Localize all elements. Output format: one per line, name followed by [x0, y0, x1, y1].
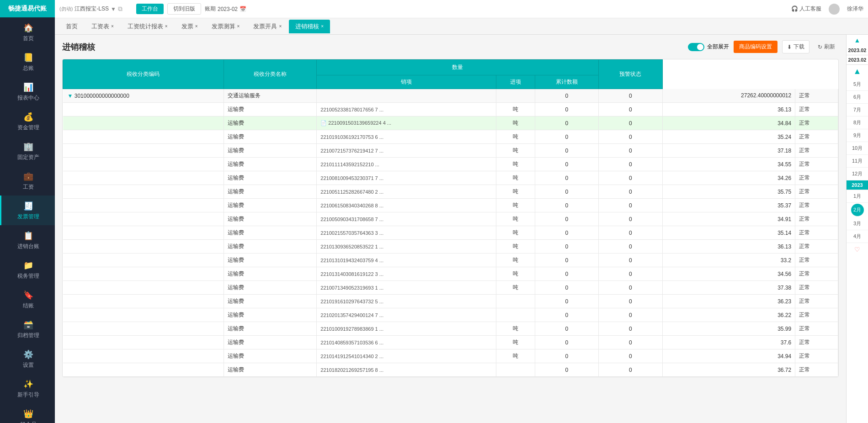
month-9[interactable]: 9月	[847, 129, 868, 142]
table-row[interactable]: 运输费 2210021557035764363 3 ... 吨 0 0 35.1…	[63, 226, 838, 240]
table-row[interactable]: 运输费 2210081009453230371 7 ... 吨 0 0 34.2…	[63, 171, 838, 185]
month-5[interactable]: 5月	[847, 78, 868, 91]
fund-icon: 💰	[23, 112, 33, 122]
support-button[interactable]: 🎧 人工客服	[791, 5, 821, 13]
table-row[interactable]: 运输费 📄 2210091503139659224 4 ... 吨 0 0 34…	[63, 116, 838, 130]
main-table: 税收分类编码 税收分类名称 数量 预警状态 销项 进项 累计数额	[62, 59, 839, 377]
sidebar-item-fund[interactable]: 💰 资金管理	[0, 106, 55, 136]
qty-sales-cell: 0	[535, 254, 598, 267]
nav-up-button[interactable]: ▲	[847, 35, 868, 46]
tax-code-cell	[63, 295, 224, 308]
user-name: 徐泽华	[847, 5, 863, 13]
month-2-active[interactable]: 2月	[851, 204, 864, 217]
table-row[interactable]: 运输费 2210050903431708658 7 ... 吨 0 0 34.9…	[63, 212, 838, 226]
tab-close-invoice[interactable]: ×	[195, 24, 198, 29]
period-selector[interactable]: 账期 2023-02 📅	[205, 5, 246, 13]
calendar-icon[interactable]: 📅	[240, 6, 246, 12]
sidebar-item-settle[interactable]: 🔖 结账	[0, 285, 55, 314]
workbench-button[interactable]: 工作台	[136, 4, 164, 14]
table-row[interactable]: 运输费 2210111143592152210 ... 吨 0 0 34.55 …	[63, 158, 838, 171]
page-header: 进销稽核 全部展开 商品编码设置 ⬇ 下载 ↻ 刷新	[62, 40, 839, 53]
sidebar-item-inout[interactable]: 📋 进销台账	[0, 225, 55, 255]
month-7[interactable]: 7月	[847, 104, 868, 116]
tab-salary-report[interactable]: 工资统计报表 ×	[121, 20, 174, 33]
sidebar-item-member[interactable]: 👑 畅会员	[0, 403, 55, 423]
expand-toggle[interactable]	[688, 43, 704, 51]
month-10[interactable]: 10月	[847, 142, 868, 155]
company-dropdown-icon[interactable]: ▼	[111, 6, 116, 12]
copy-icon[interactable]: ⧉	[118, 5, 122, 13]
download-button[interactable]: ⬇ 下载	[782, 40, 809, 53]
refresh-button[interactable]: ↻ 刷新	[814, 41, 839, 53]
table-row[interactable]: 运输费 2210141912541014340 2 ... 吨 0 0 34.9…	[63, 349, 838, 363]
month-3[interactable]: 3月	[847, 217, 868, 230]
tax-name-cell: 运输费	[224, 103, 317, 116]
sidebar-item-invoice[interactable]: 🧾 发票管理	[0, 196, 55, 225]
tax-name-cell: 运输费	[224, 240, 317, 254]
tab-inout-verify[interactable]: 进销稽核 ×	[289, 20, 330, 33]
table-row[interactable]: 运输费 2210061508340340268 8 ... 吨 0 0 35.3…	[63, 199, 838, 212]
month-8[interactable]: 8月	[847, 116, 868, 129]
table-row[interactable]: 运输费 2210131019432403759 4 ... 吨 0 0 33.2…	[63, 254, 838, 267]
tab-close-inout-verify[interactable]: ×	[321, 24, 324, 29]
sidebar-item-report[interactable]: 📊 报表中心	[0, 77, 55, 106]
month-1[interactable]: 1月	[847, 190, 868, 203]
col-header-qty-group: 数量	[317, 60, 599, 75]
table-row[interactable]: 运输费 2210072157376219412 7 ... 吨 0 0 37.1…	[63, 144, 838, 158]
table-row[interactable]: ▼ 301000000000000000 交通运输服务 0 0 27262.40…	[63, 89, 838, 103]
tab-invoice-open[interactable]: 发票开具 ×	[247, 20, 288, 33]
sidebar-item-archive[interactable]: 🗃️ 归档管理	[0, 314, 55, 344]
tab-close-salary-report[interactable]: ×	[165, 24, 168, 29]
tab-close-invoice-open[interactable]: ×	[279, 24, 282, 29]
month-4[interactable]: 4月	[847, 230, 868, 243]
tax-code-cell	[63, 322, 224, 336]
sidebar-item-settings[interactable]: ⚙️ 设置	[0, 344, 55, 374]
product-code-setting-button[interactable]: 商品编码设置	[734, 41, 777, 53]
table-row[interactable]: 运输费 2210201357429400124 7 ... 0 0 36.22 …	[63, 308, 838, 322]
table-row[interactable]: 运输费 2210100919278983869 1 ... 吨 0 0 35.9…	[63, 322, 838, 336]
table-row[interactable]: 运输费 2210191036192170753 6 ... 吨 0 0 35.2…	[63, 130, 838, 144]
month-11[interactable]: 11月	[847, 155, 868, 168]
invoice-code-cell: 2210051125282667480 2 ...	[317, 185, 496, 199]
tab-invoice-calc[interactable]: 发票测算 ×	[205, 20, 246, 33]
qty-sales-cell: 0	[535, 144, 598, 158]
tab-invoice[interactable]: 发票 ×	[175, 20, 204, 33]
sidebar-item-home[interactable]: 🏠 首页	[0, 17, 55, 47]
qty-purchase-cell: 0	[599, 116, 662, 130]
tab-close-invoice-calc[interactable]: ×	[237, 24, 240, 29]
invoice-code-cell: 2210141912541014340 2 ...	[317, 349, 496, 363]
table-row[interactable]: 运输费 2210052338178017656 7 ... 吨 0 0 36.1…	[63, 103, 838, 116]
qty-sales-cell: 0	[535, 336, 598, 349]
tab-close-salary-table[interactable]: ×	[111, 24, 114, 29]
table-row[interactable]: 运输费 2210191610297643732 5 ... 0 0 36.23 …	[63, 295, 838, 308]
company-selector[interactable]: (勿动) 江西报宝-LSS ▼ ⧉	[59, 5, 133, 13]
tab-salary-table[interactable]: 工资表 ×	[85, 20, 120, 33]
col-header-tax-name: 税收分类名称	[224, 60, 317, 89]
qty-total-cell: 34.91	[662, 212, 795, 226]
user-avatar	[829, 4, 840, 15]
company-name: 江西报宝-LSS	[75, 5, 109, 13]
settle-icon: 🔖	[23, 290, 33, 300]
tax-code-cell	[63, 254, 224, 267]
table-row[interactable]: 运输费 2210140859357103536 6 ... 吨 0 0 37.6…	[63, 336, 838, 349]
tab-home[interactable]: 首页	[59, 20, 84, 33]
scroll-up-icon[interactable]: ▲	[847, 65, 868, 78]
table-row[interactable]: 运输费 2210131403081619122 3 ... 吨 0 0 34.5…	[63, 267, 838, 281]
sidebar-item-label: 归档管理	[17, 332, 39, 339]
month-12[interactable]: 12月	[847, 168, 868, 180]
table-row[interactable]: 运输费 2210071349052319693 1 ... 吨 0 0 37.3…	[63, 281, 838, 295]
sidebar-item-guide[interactable]: ✨ 新手引导	[0, 374, 55, 403]
sidebar-item-tax[interactable]: 📁 税务管理	[0, 255, 55, 285]
tax-code-cell	[63, 336, 224, 349]
sidebar-item-salary[interactable]: 💼 工资	[0, 166, 55, 196]
table-row[interactable]: 运输费 2210130936520853522 1 ... 吨 0 0 36.1…	[63, 240, 838, 254]
switch-button[interactable]: 切到旧版	[167, 3, 201, 15]
tag-cell: 吨	[496, 103, 535, 116]
sidebar-item-asset[interactable]: 🏢 固定资产	[0, 136, 55, 166]
table-row[interactable]: 运输费 2210051125282667480 2 ... 吨 0 0 35.7…	[63, 185, 838, 199]
sidebar-item-ledger[interactable]: 📒 总账	[0, 47, 55, 77]
table-row[interactable]: 运输费 2210182021269257195 8 ... 0 0 36.72 …	[63, 363, 838, 377]
tax-name-cell: 交通运输服务	[224, 89, 317, 103]
invoice-code-cell: 2210100919278983869 1 ...	[317, 322, 496, 336]
month-6[interactable]: 6月	[847, 91, 868, 104]
